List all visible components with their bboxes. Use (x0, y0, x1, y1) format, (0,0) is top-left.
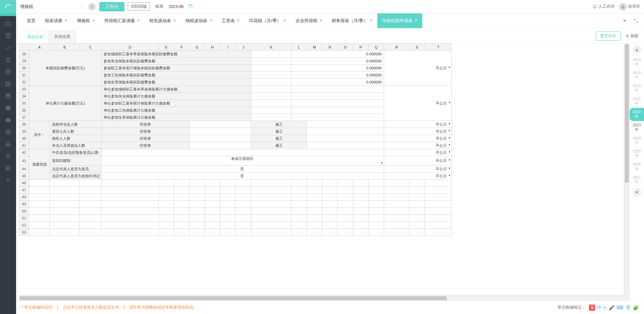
cell[interactable] (190, 194, 205, 201)
cell[interactable] (174, 180, 190, 187)
cell[interactable] (338, 215, 353, 222)
cell[interactable] (384, 208, 410, 215)
cell[interactable] (291, 100, 384, 107)
cell[interactable] (251, 65, 291, 72)
cell[interactable] (338, 229, 353, 236)
col-header-M[interactable]: M (307, 44, 322, 51)
cell[interactable] (190, 142, 251, 149)
cell[interactable] (291, 86, 384, 93)
cell[interactable] (251, 229, 291, 236)
cell[interactable] (369, 180, 384, 187)
cell[interactable] (410, 187, 425, 194)
cell[interactable] (29, 222, 50, 229)
period-value[interactable]: 2023-09 (169, 4, 183, 9)
cell[interactable] (50, 180, 79, 187)
ime-keyboard-icon[interactable]: ⌨ (616, 305, 623, 310)
row-header-28[interactable]: 28 (19, 51, 29, 58)
col-header-E[interactable]: E (159, 44, 174, 51)
cell[interactable] (307, 208, 322, 215)
year-down-button[interactable]: ▼ (633, 188, 641, 196)
switch-old-button[interactable]: 切到旧版 (128, 2, 150, 11)
cell[interactable] (102, 201, 159, 208)
row-header-43[interactable]: 43 (19, 156, 29, 166)
cell[interactable] (79, 215, 102, 222)
cell[interactable] (425, 222, 452, 229)
row-header-45[interactable]: 45 (19, 173, 29, 180)
col-header-N[interactable]: N (322, 44, 338, 51)
subtab-basic[interactable]: 基础信息 (21, 30, 49, 44)
ime-punct-icon[interactable]: •, (604, 305, 607, 310)
row-header-40[interactable]: 40 (19, 135, 29, 142)
cell[interactable] (190, 180, 205, 187)
nav-export-icon[interactable] (0, 126, 16, 138)
row-header-46[interactable]: 46 (19, 180, 29, 187)
cell[interactable] (307, 142, 384, 149)
cell[interactable] (79, 229, 102, 236)
cell[interactable] (307, 194, 322, 201)
cell[interactable] (236, 180, 251, 187)
cell[interactable] (369, 208, 384, 215)
dropdown-cell[interactable]: 不公示 (384, 156, 452, 166)
expand-icon[interactable] (633, 17, 639, 24)
year-2019年[interactable]: 2019年 (630, 69, 644, 82)
row-header-50[interactable]: 50 (19, 208, 29, 215)
cell[interactable] (29, 215, 50, 222)
col-header-T[interactable]: T (425, 44, 452, 51)
nav-settings-icon[interactable] (0, 150, 16, 162)
reset-report-button[interactable]: 重置报表 (596, 32, 621, 41)
nav-v-icon[interactable] (0, 174, 16, 186)
cell[interactable] (102, 187, 159, 194)
cell[interactable] (190, 215, 205, 222)
year-2020年[interactable]: 2020年 (630, 82, 644, 95)
subtab-other[interactable]: 其他信息 (49, 30, 76, 43)
cell[interactable] (369, 201, 384, 208)
row-header-36[interactable]: 36 (19, 107, 29, 114)
row-header-32[interactable]: 32 (19, 79, 29, 86)
cell[interactable] (159, 229, 174, 236)
cell[interactable] (251, 208, 291, 215)
cell[interactable] (205, 187, 220, 194)
nav-active-icon[interactable] (0, 114, 16, 126)
row-header-31[interactable]: 31 (19, 72, 29, 79)
cell[interactable] (251, 79, 291, 86)
cell[interactable] (236, 222, 251, 229)
year-up-button[interactable]: ▲ (633, 46, 641, 54)
cell[interactable] (322, 208, 338, 215)
cell[interactable] (291, 93, 384, 100)
cell[interactable] (29, 180, 50, 187)
cell[interactable] (384, 201, 410, 208)
nav-doc-icon[interactable] (0, 29, 16, 42)
cell[interactable] (353, 180, 369, 187)
cell[interactable] (251, 72, 291, 79)
cell[interactable] (425, 215, 452, 222)
cell[interactable] (50, 208, 79, 215)
cell[interactable] (251, 93, 291, 100)
dropdown-cell[interactable]: 未成立党组织 (102, 156, 384, 166)
row-header-29[interactable]: 29 (19, 58, 29, 65)
cell[interactable] (307, 180, 322, 187)
tab-10[interactable]: 年报信息申报表✕ (377, 13, 422, 28)
col-header-B[interactable]: B (50, 44, 79, 51)
cell[interactable] (307, 201, 322, 208)
cell[interactable] (322, 180, 338, 187)
cell[interactable] (291, 114, 384, 121)
cell[interactable] (338, 180, 353, 187)
cell[interactable] (322, 222, 338, 229)
year-2021年[interactable]: 2021年 (630, 95, 644, 108)
cell[interactable]: 0.000000 (291, 72, 384, 79)
cell[interactable] (291, 208, 307, 215)
cell[interactable] (384, 222, 410, 229)
cell[interactable] (369, 229, 384, 236)
nav-ledger-icon[interactable] (0, 66, 16, 78)
cell[interactable] (291, 215, 307, 222)
year-2024年[interactable]: 2024年 (630, 134, 644, 147)
row-header-52[interactable]: 52 (19, 222, 29, 229)
cell[interactable] (205, 201, 220, 208)
cell[interactable] (205, 208, 220, 215)
cell[interactable] (251, 194, 291, 201)
nav-play-icon[interactable] (0, 162, 16, 174)
cell[interactable] (220, 187, 236, 194)
cell[interactable] (353, 215, 369, 222)
cell[interactable] (79, 187, 102, 194)
cell[interactable] (291, 107, 384, 114)
